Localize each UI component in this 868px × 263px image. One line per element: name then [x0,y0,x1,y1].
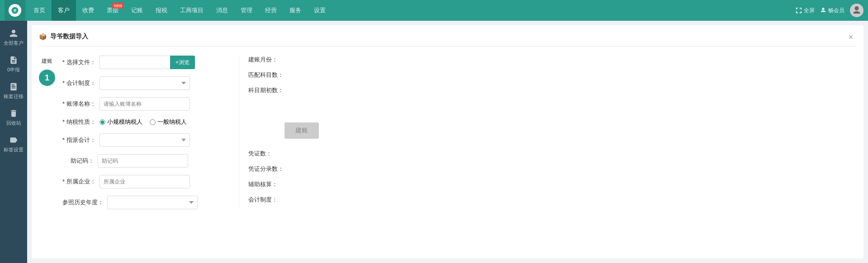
main-content: 📦 导爷数据导入 × 建账 1 * 选择文件： [27,21,868,263]
company-input[interactable] [100,175,190,188]
ledger-name-input[interactable] [100,97,190,111]
step-label: 建账 [42,57,52,65]
tax-type-label: * 纳税性质： [62,118,96,126]
page-header: 📦 导爷数据导入 [39,33,856,47]
general-taxpayer-option[interactable]: 一般纳税人 [150,118,187,126]
match-subjects-label: 匹配科目数： [248,71,285,79]
nav-item-bookkeeping[interactable]: 记账 [125,0,149,21]
nav-item-manage[interactable]: 管理 [234,0,259,21]
nav-item-home[interactable]: 首页 [27,0,52,21]
browse-button[interactable]: +浏览 [170,56,195,69]
ledger-name-row: * 账簿名称： [62,97,225,111]
memo-code-row: 助记码： [62,154,225,168]
step-badge: 1 [39,70,55,86]
build-month-label: 建账月份： [248,56,285,64]
ledger-name-label: * 账簿名称： [62,100,96,108]
sidebar: 全部客户 0申报 账套迁移 回收站 标签设置 [0,21,27,263]
history-year-label: 参照历史年度： [62,198,104,207]
nav-item-messages[interactable]: 消息 [210,0,234,21]
build-month-row: 建账月份： [248,56,856,64]
nav-item-clients[interactable]: 客户 [52,0,76,21]
page-title: 导爷数据导入 [50,33,88,41]
match-subjects-row: 匹配科目数： [248,71,856,79]
build-button-container: 建账 [248,115,856,139]
auxiliary-label: 辅助核算： [248,180,285,188]
nav-item-tax[interactable]: 报税 [149,0,174,21]
sidebar-item-label-settings[interactable]: 标签设置 [0,132,27,157]
member-button[interactable]: 畅会员 [820,7,844,14]
tax-type-row: * 纳税性质： 小规模纳税人 一般纳税人 [62,118,225,126]
small-taxpayer-option[interactable]: 小规模纳税人 [100,118,142,126]
nav-item-invoices[interactable]: 票据 new [100,0,125,21]
sidebar-item-account-migration[interactable]: 账套迁移 [0,79,27,103]
sidebar-item-zero-declare[interactable]: 0申报 [0,52,27,77]
company-row: * 所属企业： [62,175,225,188]
nav-item-services[interactable]: 服务 [283,0,308,21]
form-fields: * 选择文件： +浏览 * 会计制度： [62,56,225,209]
voucher-count-row: 凭证数： [248,150,856,158]
right-accounting-system-label: 会计制度： [248,196,285,204]
nav-item-fees[interactable]: 收费 [76,0,100,21]
form-container: 建账 1 * 选择文件： +浏览 [39,56,856,209]
assign-accountant-row: * 指派会计： [62,133,225,147]
initial-balance-label: 科目期初数： [248,86,285,94]
user-avatar[interactable] [850,4,863,17]
file-label: * 选择文件： [62,58,96,66]
nav-items: 首页 客户 收费 票据 new 记账 报税 工商项目 消息 管理 经营 服务 设… [25,0,796,21]
auxiliary-row: 辅助核算： [248,180,856,188]
history-year-row: 参照历史年度： [62,196,225,209]
logo-icon [9,4,21,17]
voucher-entries-row: 凭证分录数： [248,165,856,173]
nav-item-settings[interactable]: 设置 [308,0,332,21]
close-button[interactable]: × [845,32,856,42]
sidebar-item-all-clients[interactable]: 全部客户 [0,25,27,50]
voucher-entries-label: 凭证分录数： [248,165,285,173]
import-icon: 📦 [39,33,47,40]
form-section-left: 建账 1 * 选择文件： +浏览 [39,56,239,209]
memo-code-label: 助记码： [62,157,94,165]
new-badge: new [112,3,124,9]
fullscreen-button[interactable]: 全屏 [796,7,815,14]
form-section-right: 建账月份： 匹配科目数： 科目期初数： 建账 [239,56,856,209]
build-account-button[interactable]: 建账 [285,122,319,139]
accounting-system-label: * 会计制度： [62,79,96,87]
app-logo [5,0,25,21]
accounting-system-select[interactable] [100,76,190,90]
file-input-group: +浏览 [100,56,195,69]
initial-balance-row: 科目期初数： [248,86,856,94]
accounting-system-row: * 会计制度： [62,76,225,90]
assign-accountant-select[interactable] [100,133,190,147]
file-select-row: * 选择文件： +浏览 [62,56,225,69]
main-layout: 全部客户 0申报 账套迁移 回收站 标签设置 📦 导爷数据导入 × [0,21,868,263]
history-year-select[interactable] [107,196,198,209]
sidebar-item-recycle-bin[interactable]: 回收站 [0,105,27,130]
right-fields: 建账月份： 匹配科目数： 科目期初数： 建账 [248,56,856,204]
nav-item-operations[interactable]: 经营 [259,0,283,21]
assign-accountant-label: * 指派会计： [62,136,96,144]
right-accounting-system-row: 会计制度： [248,196,856,204]
file-input[interactable] [100,56,170,69]
nav-right-area: 全屏 畅会员 [796,4,863,17]
nav-item-bizprojects[interactable]: 工商项目 [174,0,210,21]
voucher-count-label: 凭证数： [248,150,285,158]
tax-type-radio-group: 小规模纳税人 一般纳税人 [100,118,187,126]
memo-code-input[interactable] [98,154,188,168]
page-area: 📦 导爷数据导入 × 建账 1 * 选择文件： [32,25,863,258]
company-label: * 所属企业： [62,178,96,186]
top-navigation: 首页 客户 收费 票据 new 记账 报税 工商项目 消息 管理 经营 服务 设… [0,0,868,21]
